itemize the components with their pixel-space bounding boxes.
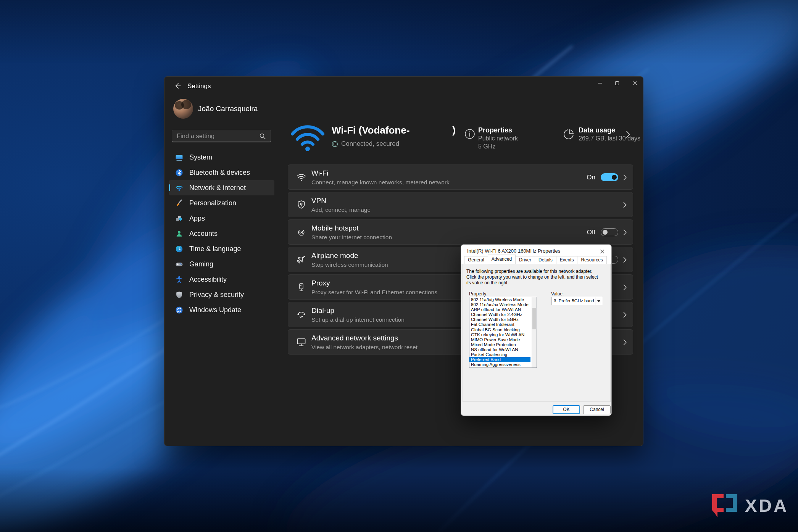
property-item-selected[interactable]: Preferred Band xyxy=(469,357,530,362)
ssid-text: Wi-Fi (Vodafone- xyxy=(332,124,409,136)
chevron-right-icon xyxy=(623,229,627,236)
property-item[interactable]: Channel Width for 2.4GHz xyxy=(469,312,530,317)
properties-network-type: Public network xyxy=(478,134,518,142)
sidebar-item-label: Network & internet xyxy=(189,184,246,192)
sidebar-item-accounts[interactable]: Accounts xyxy=(169,226,274,241)
dialog-description: The following properties are available f… xyxy=(466,269,602,286)
wifi-icon xyxy=(175,184,183,192)
row-subtitle: Proxy server for Wi-Fi and Ethernet conn… xyxy=(311,289,437,296)
tab-advanced[interactable]: Advanced xyxy=(488,255,516,264)
chevron-right-icon[interactable] xyxy=(626,130,630,139)
sidebar-item-privacy[interactable]: Privacy & security xyxy=(169,287,274,302)
minimize-icon xyxy=(598,81,602,85)
mobile-hotspot-toggle[interactable] xyxy=(601,228,618,236)
property-item[interactable]: Global BG Scan blocking xyxy=(469,327,530,332)
property-item[interactable]: ARP offload for WoWLAN xyxy=(469,307,530,312)
sidebar-item-windows-update[interactable]: Windows Update xyxy=(169,302,274,318)
sync-icon xyxy=(175,306,183,314)
chevron-right-icon xyxy=(623,174,627,181)
tab-driver[interactable]: Driver xyxy=(515,256,535,264)
sidebar-item-bluetooth[interactable]: Bluetooth & devices xyxy=(169,165,274,180)
proxy-icon xyxy=(296,282,306,292)
property-item[interactable]: 802.11n/ac/ax Wireless Mode xyxy=(469,302,530,307)
display-icon xyxy=(175,153,183,161)
chevron-right-icon xyxy=(623,256,627,263)
close-icon xyxy=(600,249,605,254)
minimize-button[interactable] xyxy=(592,77,608,89)
sidebar-item-label: System xyxy=(189,153,212,161)
maximize-icon xyxy=(615,81,619,85)
property-item[interactable]: GTK rekeying for WoWLAN xyxy=(469,332,530,337)
value-dropdown[interactable]: 3. Prefer 5GHz band xyxy=(551,297,602,305)
scrollbar-thumb[interactable] xyxy=(532,308,536,329)
back-button[interactable] xyxy=(172,81,184,91)
tab-general[interactable]: General xyxy=(464,256,488,264)
property-item[interactable]: Packet Coalescing xyxy=(469,352,530,357)
property-item[interactable]: NS offload for WoWLAN xyxy=(469,347,530,352)
sidebar-item-network[interactable]: Network & internet xyxy=(169,180,274,195)
sidebar-item-label: Bluetooth & devices xyxy=(189,169,250,177)
tab-resources[interactable]: Resources xyxy=(577,256,606,264)
listbox-scrollbar[interactable] xyxy=(532,297,537,368)
chevron-right-icon xyxy=(623,339,627,346)
window-titlebar[interactable]: Settings xyxy=(164,77,643,95)
close-button[interactable] xyxy=(627,77,643,89)
sidebar-item-label: Privacy & security xyxy=(189,291,244,299)
data-usage-amount: 269.7 GB, last 30 days xyxy=(579,134,640,142)
dialog-tabs: General Advanced Driver Details Events R… xyxy=(464,255,606,264)
data-usage-title: Data usage xyxy=(579,126,640,134)
search-input[interactable] xyxy=(172,130,271,142)
row-subtitle: Set up a dial-up internet connection xyxy=(311,316,405,323)
sidebar-item-apps[interactable]: Apps xyxy=(169,211,274,226)
row-subtitle: Add, connect, manage xyxy=(311,206,371,213)
property-item[interactable]: Mixed Mode Protection xyxy=(469,342,530,347)
property-label: Property: xyxy=(469,291,488,297)
connection-title: Wi-Fi (Vodafone- ) xyxy=(332,124,456,136)
tab-events[interactable]: Events xyxy=(556,256,578,264)
dialog-close-button[interactable] xyxy=(598,247,607,256)
properties-summary[interactable]: Properties Public network 5 GHz xyxy=(478,126,518,150)
back-arrow-icon xyxy=(174,82,182,90)
row-title: Wi-Fi xyxy=(311,169,328,177)
sidebar-item-gaming[interactable]: Gaming xyxy=(169,256,274,272)
shield-icon xyxy=(175,291,183,299)
sidebar-item-accessibility[interactable]: Accessibility xyxy=(169,272,274,287)
settings-row-vpn[interactable]: VPN Add, connect, manage xyxy=(288,192,633,217)
row-title: Advanced network settings xyxy=(311,334,398,342)
airplane-icon xyxy=(296,255,306,265)
gamepad-icon xyxy=(175,260,183,268)
value-label: Value: xyxy=(551,291,564,297)
hotspot-icon xyxy=(296,227,306,237)
chevron-right-icon xyxy=(623,311,627,318)
property-listbox[interactable]: 802.11a/b/g Wireless Mode 802.11n/ac/ax … xyxy=(469,297,537,368)
property-item[interactable]: Fat Channel Intolerant xyxy=(469,322,530,327)
row-subtitle: View all network adapters, network reset xyxy=(311,344,418,351)
window-title: Settings xyxy=(187,82,211,90)
property-item[interactable]: Channel Width for 5GHz xyxy=(469,317,530,322)
cancel-button[interactable]: Cancel xyxy=(583,405,611,414)
data-usage-summary[interactable]: Data usage 269.7 GB, last 30 days xyxy=(579,126,640,142)
tab-details[interactable]: Details xyxy=(535,256,556,264)
sidebar-item-time-language[interactable]: Time & language xyxy=(169,241,274,256)
row-subtitle: Share your internet connection xyxy=(311,234,392,241)
sidebar-item-label: Accessibility xyxy=(189,276,227,284)
dropdown-button[interactable] xyxy=(595,297,602,305)
property-item[interactable]: MIMO Power Save Mode xyxy=(469,337,530,342)
vpn-shield-icon xyxy=(296,200,306,210)
property-item[interactable]: Roaming Aggressiveness xyxy=(469,362,530,367)
brush-icon xyxy=(175,199,183,207)
sidebar-item-system[interactable]: System xyxy=(169,150,274,165)
settings-row-wifi[interactable]: Wi-Fi Connect, manage known networks, me… xyxy=(288,164,633,190)
ssid-suffix: ) xyxy=(452,124,456,136)
maximize-button[interactable] xyxy=(609,77,626,89)
ok-button[interactable]: OK xyxy=(553,405,580,414)
selected-indicator xyxy=(169,184,170,191)
sidebar-item-personalization[interactable]: Personalization xyxy=(169,195,274,211)
row-title: VPN xyxy=(311,197,326,205)
toggle-knob xyxy=(612,175,617,180)
avatar[interactable] xyxy=(173,99,193,119)
settings-row-mobile-hotspot[interactable]: Mobile hotspot Share your internet conne… xyxy=(288,219,633,245)
property-item[interactable]: 802.11a/b/g Wireless Mode xyxy=(469,297,530,302)
row-subtitle: Stop wireless communication xyxy=(311,261,388,268)
wifi-toggle[interactable] xyxy=(601,173,618,181)
